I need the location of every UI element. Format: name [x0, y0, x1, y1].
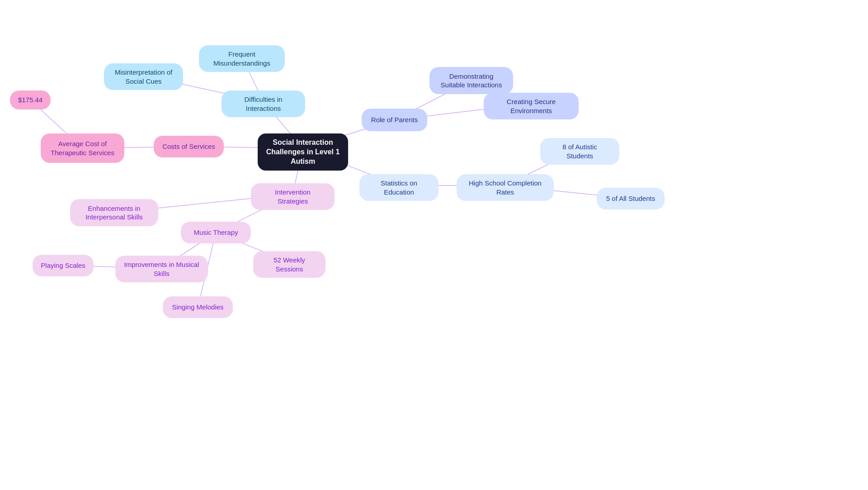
- node-music_therapy: Music Therapy: [181, 222, 251, 243]
- node-costs_services: Costs of Services: [154, 136, 224, 157]
- node-singing: Singing Melodies: [163, 296, 233, 318]
- node-stats_edu: Statistics on Education: [359, 174, 439, 201]
- node-misunderstandings: Frequent Misunderstandings: [199, 45, 285, 72]
- node-difficulties: Difficulties in Interactions: [222, 90, 305, 117]
- center-node: Social Interaction Challenges in Level 1…: [258, 133, 348, 171]
- node-hs_completion: High School Completion Rates: [457, 174, 554, 201]
- node-avg_cost: Average Cost of Therapeutic Services: [41, 133, 124, 163]
- node-secure_env: Creating Secure Environments: [484, 93, 579, 119]
- node-intervention: Intervention Strategies: [251, 183, 335, 210]
- node-autistic_students: 8 of Autistic Students: [540, 138, 619, 165]
- node-playing_scales: Playing Scales: [33, 255, 94, 276]
- node-all_students: 5 of All Students: [597, 188, 665, 209]
- node-misinterpretation: Misinterpretation of Social Cues: [104, 63, 183, 90]
- node-demonstrating: Demonstrating Suitable Interactions: [429, 67, 513, 94]
- node-enhancements: Enhancements in Interpersonal Skills: [70, 199, 158, 226]
- node-improvements: Improvements in Musical Skills: [115, 256, 208, 282]
- node-dollar: $175.44: [10, 90, 51, 109]
- node-weekly_sessions: 52 Weekly Sessions: [253, 251, 326, 278]
- node-role_parents: Role of Parents: [362, 109, 427, 131]
- mindmap-container: Social Interaction Challenges in Level 1…: [0, 0, 868, 490]
